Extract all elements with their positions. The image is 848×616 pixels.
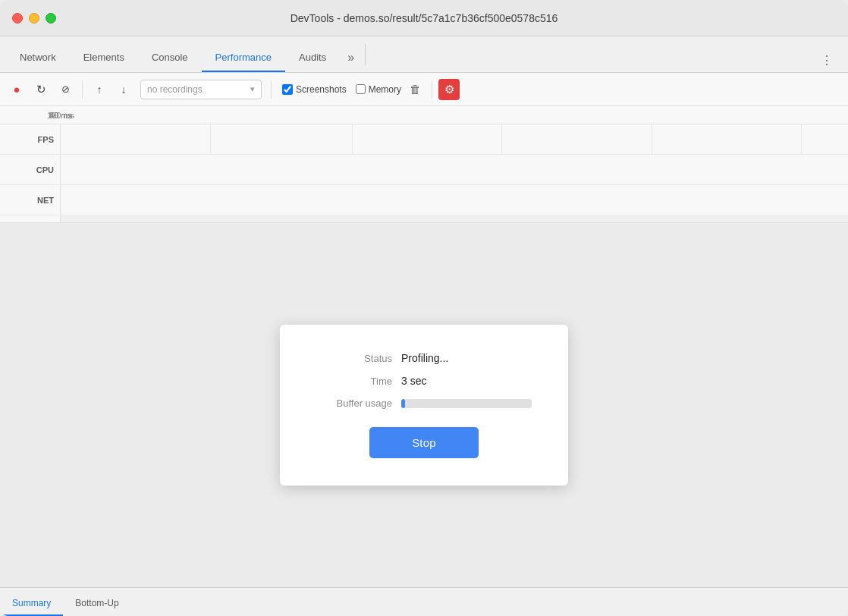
bottom-tab-bottom-up[interactable]: Bottom-Up — [63, 592, 130, 616]
track-label-cpu: CPU — [0, 155, 60, 185]
screenshots-checkbox-label[interactable]: Screenshots — [282, 84, 347, 95]
screenshots-section: Screenshots — [282, 84, 347, 95]
track-label-net: NET — [0, 185, 60, 215]
time-value: 3 sec — [401, 375, 426, 387]
app-window: DevTools - demos.so/result/5c7a1c7b36cf5… — [0, 0, 848, 616]
buffer-row: Buffer usage — [316, 398, 532, 409]
bottom-tab-summary[interactable]: Summary — [0, 592, 63, 616]
toolbar-separator-3 — [432, 80, 432, 99]
tab-console[interactable]: Console — [138, 43, 202, 72]
profiling-dialog: Status Profiling... Time 3 sec Buffer us… — [280, 325, 568, 486]
timeline-tracks: FPS CPU NET — [0, 124, 848, 223]
memory-label: Memory — [369, 84, 401, 95]
tracks-area — [61, 124, 848, 222]
buffer-bar-fill — [401, 399, 405, 408]
toolbar: ● ↻ ⊘ ↑ ↓ no recordings ▾ Screenshots Me… — [0, 73, 848, 106]
clear-button[interactable]: ⊘ — [55, 79, 76, 100]
tab-performance[interactable]: Performance — [202, 43, 285, 72]
buffer-bar — [401, 399, 532, 408]
tab-bar: Network Elements Console Performance Aud… — [0, 36, 848, 73]
toolbar-separator-2 — [271, 80, 272, 99]
download-button[interactable]: ↓ — [113, 79, 134, 100]
track-cpu — [61, 155, 848, 185]
grid-line-1 — [210, 124, 211, 154]
tab-separator — [365, 44, 366, 65]
upload-button[interactable]: ↑ — [89, 79, 110, 100]
window-title: DevTools - demos.so/result/5c7a1c7b36cf5… — [291, 12, 558, 24]
title-bar: DevTools - demos.so/result/5c7a1c7b36cf5… — [0, 0, 848, 36]
ruler-mark-100ms: 100 ms — [47, 111, 74, 120]
memory-checkbox[interactable] — [356, 84, 366, 94]
grid-line-2 — [352, 124, 353, 154]
devtools-menu-button[interactable]: ⋮ — [815, 48, 839, 72]
timeline-ruler: 20 ms 40 ms 60 ms 80 ms 100 ms — [0, 106, 848, 124]
tab-more[interactable]: » — [340, 43, 362, 72]
tab-bar-right: ⋮ — [815, 48, 848, 72]
status-value: Profiling... — [401, 352, 448, 364]
stop-button[interactable]: Stop — [369, 427, 479, 458]
recordings-placeholder: no recordings — [147, 84, 203, 95]
dropdown-arrow-icon: ▾ — [250, 84, 255, 94]
memory-section: Memory — [356, 84, 401, 95]
grid-line-4 — [652, 124, 652, 154]
delete-button[interactable]: 🗑 — [404, 79, 426, 100]
track-label-fps: FPS — [0, 124, 60, 155]
grid-line-5 — [801, 124, 802, 154]
grid-line-3 — [501, 124, 502, 154]
screenshots-checkbox[interactable] — [282, 84, 293, 95]
settings-button[interactable]: ⚙ — [438, 79, 460, 100]
track-net — [61, 185, 848, 215]
status-row: Status Profiling... — [316, 352, 532, 364]
time-label: Time — [316, 376, 392, 387]
status-label: Status — [316, 353, 392, 364]
main-area: Status Profiling... Time 3 sec Buffer us… — [0, 223, 848, 587]
content-area: Status Profiling... Time 3 sec Buffer us… — [0, 223, 848, 616]
track-labels: FPS CPU NET — [0, 124, 61, 222]
tab-network[interactable]: Network — [6, 43, 70, 72]
tab-audits[interactable]: Audits — [285, 43, 340, 72]
maximize-button[interactable] — [46, 13, 56, 24]
profiling-dialog-overlay: Status Profiling... Time 3 sec Buffer us… — [0, 223, 848, 587]
traffic-lights — [12, 13, 56, 24]
screenshots-label: Screenshots — [296, 84, 347, 95]
toolbar-separator-1 — [82, 80, 83, 99]
dialog-rows: Status Profiling... Time 3 sec Buffer us… — [316, 352, 532, 409]
reload-button[interactable]: ↻ — [30, 79, 52, 100]
close-button[interactable] — [12, 13, 23, 24]
bottom-tabs: Summary Bottom-Up — [0, 587, 848, 616]
buffer-label: Buffer usage — [316, 398, 392, 409]
time-row: Time 3 sec — [316, 375, 532, 387]
record-button[interactable]: ● — [6, 79, 27, 100]
minimize-button[interactable] — [29, 13, 39, 24]
tab-elements[interactable]: Elements — [70, 43, 138, 72]
track-fps — [61, 124, 848, 155]
recordings-dropdown[interactable]: no recordings ▾ — [140, 80, 262, 99]
